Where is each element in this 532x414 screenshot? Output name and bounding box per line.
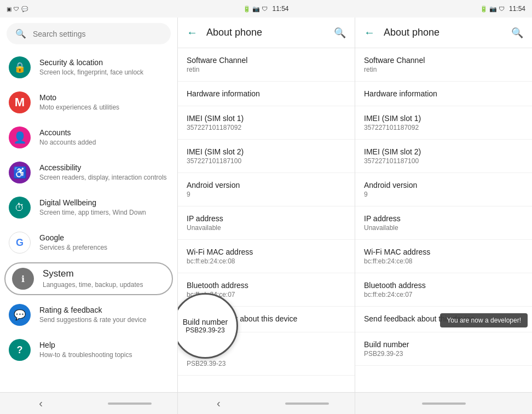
info-bt-title-1: Bluetooth address [187, 281, 346, 290]
bottom-nav: ‹ [0, 392, 177, 414]
digital-title: Digital Wellbeing [39, 198, 169, 208]
info-bt-title-2: Bluetooth address [364, 281, 523, 290]
info-android-2[interactable]: Android version 9 [355, 173, 532, 206]
status-time-right: 11:54 [509, 5, 525, 13]
info-imei1-title-1: IMEI (SIM slot 1) [187, 114, 346, 123]
nav-indicator-left [108, 403, 152, 405]
search-bar[interactable]: 🔍 [7, 23, 171, 44]
panel-content-1: Software Channel retin Hardware informat… [178, 48, 355, 392]
status-center: 🔋 📷 🛡 11:54 [180, 5, 352, 13]
panel-title-2: About phone [384, 27, 511, 38]
status-icon-msg: 💬 [21, 6, 28, 12]
search-icon-panel-1[interactable]: 🔍 [334, 27, 346, 39]
nav-back-panel-1[interactable]: ‹ [204, 395, 234, 412]
google-icon: G [9, 232, 31, 254]
info-ip-1[interactable]: IP address Unavailable [178, 206, 355, 240]
security-subtitle: Screen lock, fingerprint, face unlock [39, 68, 169, 77]
settings-item-system[interactable]: ℹ System Languages, time, backup, update… [4, 262, 173, 295]
about-panel-2: ← About phone 🔍 Software Channel retin H… [355, 18, 532, 414]
info-bt-value-2: bc:ff:eb:24:ce:07 [364, 291, 523, 298]
info-software-channel-1[interactable]: Software Channel retin [178, 48, 355, 82]
rating-icon: 💬 [9, 304, 31, 326]
back-arrow-2[interactable]: ← [364, 26, 375, 39]
google-title: Google [39, 233, 169, 243]
status-time-center: 11:54 [272, 5, 288, 13]
settings-panel: 🔍 🔒 Security & location Screen lock, fin… [0, 18, 178, 414]
info-build-title-2: Build number [364, 340, 523, 349]
panel-title-1: About phone [206, 27, 334, 38]
moto-icon: M [9, 91, 31, 113]
info-android-1[interactable]: Android version 9 [178, 173, 355, 206]
info-wifi-value-2: bc:ff:eb:24:ce:08 [364, 257, 523, 265]
status-cam-right: 📷 [489, 5, 497, 13]
bottom-nav-panel-1: ‹ [178, 392, 355, 414]
search-input[interactable] [33, 30, 162, 38]
digital-subtitle: Screen time, app timers, Wind Down [39, 209, 169, 217]
settings-item-google[interactable]: G Google Services & preferences [0, 225, 177, 260]
search-icon: 🔍 [15, 28, 26, 39]
info-ip-2[interactable]: IP address Unavailable [355, 206, 532, 240]
security-title: Security & location [39, 58, 169, 67]
info-ip-value-2: Unavailable [364, 224, 523, 232]
main-content: 🔍 🔒 Security & location Screen lock, fin… [0, 18, 532, 414]
settings-item-accounts[interactable]: 👤 Accounts No accounts added [0, 120, 177, 155]
panel-header-2: ← About phone 🔍 [355, 18, 532, 48]
info-software-channel-2[interactable]: Software Channel retin [355, 48, 532, 82]
settings-item-security[interactable]: 🔒 Security & location Screen lock, finge… [0, 50, 177, 85]
help-title: Help [39, 340, 169, 350]
status-bar: ▣ 🛡 💬 🔋 📷 🛡 11:54 🔋 📷 🛡 11:54 [0, 0, 532, 18]
status-icon-shield: 🛡 [14, 6, 19, 12]
status-right: 🔋 📷 🛡 11:54 [352, 5, 532, 13]
info-software-value-2: retin [364, 66, 523, 73]
info-imei2-title-2: IMEI (SIM slot 2) [364, 147, 523, 156]
hardware-heading-1: Hardware information [178, 82, 355, 106]
info-imei1-value-1: 357227101187092 [187, 124, 346, 131]
accounts-title: Accounts [39, 128, 169, 137]
info-build-value-1: PSB29.39-23 [187, 360, 346, 367]
settings-item-rating[interactable]: 💬 Rating & feedback Send suggestions & r… [0, 297, 177, 332]
info-bt-2[interactable]: Bluetooth address bc:ff:eb:24:ce:07 [355, 273, 532, 307]
back-arrow-1[interactable]: ← [187, 26, 198, 39]
rating-title: Rating & feedback [39, 305, 169, 315]
info-send-feedback-1[interactable]: Send feedback about this device Build nu… [178, 307, 355, 332]
info-wifi-2[interactable]: Wi-Fi MAC address bc:ff:eb:24:ce:08 [355, 240, 532, 273]
nav-indicator-p1 [285, 403, 329, 405]
settings-item-help[interactable]: ? Help How-to & troubleshooting topics [0, 332, 177, 367]
system-title: System [43, 268, 165, 280]
search-icon-panel-2[interactable]: 🔍 [511, 27, 523, 39]
bottom-nav-panel-2 [355, 392, 532, 414]
info-ip-title-1: IP address [187, 214, 346, 223]
info-build-2[interactable]: Build number PSB29.39-23 [355, 332, 532, 366]
help-subtitle: How-to & troubleshooting topics [39, 351, 169, 360]
moto-subtitle: Moto experiences & utilities [39, 104, 169, 112]
status-shield-mid: 🛡 [262, 5, 268, 12]
info-send-feedback-2[interactable]: Send feedback about this device You are … [355, 307, 532, 332]
info-imei2-2[interactable]: IMEI (SIM slot 2) 357227101187100 [355, 140, 532, 173]
status-left: ▣ 🛡 💬 [0, 6, 180, 12]
system-icon: ℹ [12, 268, 34, 290]
info-ip-title-2: IP address [364, 214, 523, 223]
info-imei1-value-2: 357227101187092 [364, 124, 523, 131]
info-imei2-value-2: 357227101187100 [364, 157, 523, 165]
settings-item-digital[interactable]: ⏱ Digital Wellbeing Screen time, app tim… [0, 190, 177, 225]
nav-back[interactable]: ‹ [26, 395, 56, 412]
settings-item-moto[interactable]: M Moto Moto experiences & utilities [0, 85, 177, 120]
info-imei2-value-1: 357227101187100 [187, 157, 346, 165]
status-battery-right: 🔋 [480, 5, 488, 13]
status-icon-doc: ▣ [7, 6, 11, 12]
accessibility-title: Accessibility [39, 163, 169, 173]
google-subtitle: Services & preferences [39, 244, 169, 252]
info-imei1-1[interactable]: IMEI (SIM slot 1) 357227101187092 [178, 106, 355, 140]
settings-item-accessibility[interactable]: ♿ Accessibility Screen readers, display,… [0, 155, 177, 190]
info-ip-value-1: Unavailable [187, 224, 346, 232]
info-imei1-2[interactable]: IMEI (SIM slot 1) 357227101187092 [355, 106, 532, 140]
build-circle-title-1: Build number [183, 318, 228, 326]
info-android-value-1: 9 [187, 191, 346, 198]
hardware-heading-2: Hardware information [355, 82, 532, 106]
panel-content-2: Software Channel retin Hardware informat… [355, 48, 532, 392]
status-cam-mid: 📷 [252, 5, 260, 13]
panel-header-1: ← About phone 🔍 [178, 18, 355, 48]
info-wifi-1[interactable]: Wi-Fi MAC address bc:ff:eb:24:ce:08 [178, 240, 355, 273]
accounts-subtitle: No accounts added [39, 139, 169, 147]
info-imei2-1[interactable]: IMEI (SIM slot 2) 357227101187100 [178, 140, 355, 173]
